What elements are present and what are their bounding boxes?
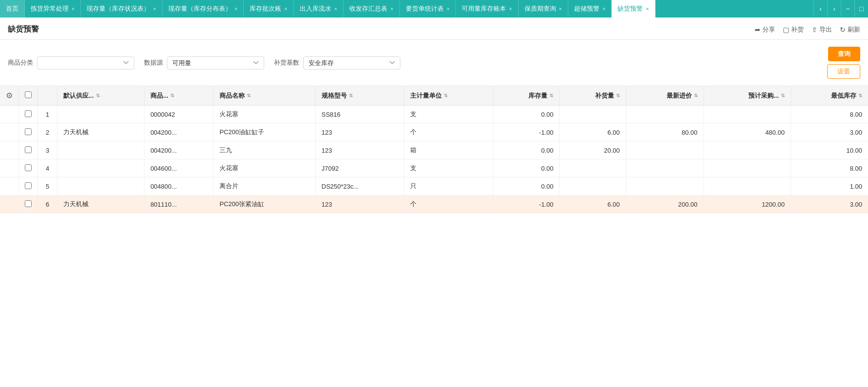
row-stock-qty-1: -1.00 <box>493 123 560 141</box>
refresh-button[interactable]: ↻ 刷新 <box>840 25 860 34</box>
tab-overstock[interactable]: 超储预警 × <box>568 0 612 18</box>
sort-min-stock[interactable]: 最低库存 ⇅ <box>831 91 862 100</box>
row-num-1: 2 <box>38 123 57 141</box>
row-replenish-qty-1: 6.00 <box>560 123 626 141</box>
row-stock-qty-4: 0.00 <box>493 177 560 195</box>
table-settings-btn[interactable]: ⚙ <box>6 91 13 100</box>
tab-available-ledger[interactable]: 可用量库存账本 × <box>456 0 518 18</box>
sort-icon-latest-price: ⇅ <box>694 93 698 98</box>
datasource-select[interactable]: 可用量 <box>167 56 264 70</box>
sort-icon-supplier: ⇅ <box>96 93 100 98</box>
row-checkbox-cell <box>19 159 38 177</box>
sort-icon-estimated-purchase: ⇅ <box>781 93 785 98</box>
tab-inout-flow[interactable]: 出入库流水 × <box>294 0 344 18</box>
table-row: 2 力天机械 004200... PC200油缸缸子 123 个 -1.00 6… <box>0 123 868 141</box>
tab-recv-summary[interactable]: 收发存汇总表 × <box>344 0 399 18</box>
query-button[interactable]: 查询 <box>828 47 860 61</box>
tab-batch-account[interactable]: 库存批次账 × <box>244 0 293 18</box>
export-button[interactable]: ⇧ 导出 <box>812 25 832 34</box>
row-num-0: 1 <box>38 106 57 123</box>
column-spec: 规格型号 ⇅ <box>315 86 404 106</box>
row-estimated-purchase-1: 480.00 <box>704 123 791 141</box>
tab-close-batch-account[interactable]: × <box>284 6 287 12</box>
tab-stock-dist[interactable]: 现存量（库存分布表） × <box>163 0 244 18</box>
row-checkbox-4[interactable] <box>25 182 32 189</box>
replenish-base-label: 补货基数 <box>274 58 299 67</box>
tab-shortage[interactable]: 缺货预警 × <box>612 0 655 18</box>
tab-close-recv-summary[interactable]: × <box>390 6 393 12</box>
tab-maximize-btn[interactable]: □ <box>854 0 868 18</box>
row-supplier-4 <box>57 177 145 195</box>
row-stock-qty-0: 0.00 <box>493 106 560 123</box>
tab-abnormal[interactable]: 拣货异常处理 × <box>25 0 81 18</box>
row-goods-code-0: 0000042 <box>145 106 214 123</box>
row-checkbox-5[interactable] <box>25 200 32 207</box>
category-select[interactable] <box>37 56 134 70</box>
tab-expiry-query[interactable]: 保质期查询 × <box>519 0 568 18</box>
settings-button[interactable]: 设置 <box>827 64 860 79</box>
row-checkbox-2[interactable] <box>25 146 32 153</box>
sort-unit[interactable]: 主计量单位 ⇅ <box>410 91 448 100</box>
sort-goods-name[interactable]: 商品名称 ⇅ <box>219 91 251 100</box>
tab-stock-status[interactable]: 现存量（库存状况表） × <box>81 0 162 18</box>
tab-close-inout-flow[interactable]: × <box>334 6 337 12</box>
row-spec-1: 123 <box>315 123 404 141</box>
share-button[interactable]: ➦ 分享 <box>755 25 775 34</box>
sort-icon-spec: ⇅ <box>349 93 353 98</box>
tab-close-expiry-query[interactable]: × <box>559 6 562 12</box>
row-goods-name-2: 三九 <box>214 141 315 159</box>
row-supplier-0 <box>57 106 145 123</box>
datasource-label: 数据源 <box>144 58 163 67</box>
row-checkbox-cell <box>19 123 38 141</box>
row-checkbox-1[interactable] <box>25 128 32 135</box>
tab-close-abnormal[interactable]: × <box>72 6 74 12</box>
sort-icon-goods-name: ⇅ <box>247 93 251 98</box>
sort-icon-goods-code: ⇅ <box>170 93 174 98</box>
sort-supplier[interactable]: 默认供应... ⇅ <box>63 91 100 100</box>
tab-close-demand-stats[interactable]: × <box>447 6 450 12</box>
column-gear: ⚙ <box>0 86 19 106</box>
row-checkbox-3[interactable] <box>25 164 32 171</box>
sort-stock-qty[interactable]: 库存量 ⇅ <box>528 91 553 100</box>
row-goods-code-4: 004800... <box>145 177 214 195</box>
sort-latest-price[interactable]: 最新进价 ⇅ <box>667 91 698 100</box>
sort-goods-code[interactable]: 商品... ⇅ <box>150 91 174 100</box>
sort-spec[interactable]: 规格型号 ⇅ <box>322 91 353 100</box>
select-all-checkbox[interactable] <box>25 91 32 98</box>
row-supplier-5: 力天机械 <box>57 195 145 213</box>
sort-replenish-qty[interactable]: 补货量 ⇅ <box>595 91 620 100</box>
tab-minimize-btn[interactable]: − <box>841 0 854 18</box>
tab-close-stock-dist[interactable]: × <box>235 6 237 12</box>
row-num-4: 5 <box>38 177 57 195</box>
row-unit-4: 只 <box>404 177 493 195</box>
tab-demand-stats[interactable]: 要货单统计表 × <box>400 0 456 18</box>
row-gear-cell <box>0 106 19 123</box>
sort-estimated-purchase[interactable]: 预计采购... ⇅ <box>748 91 785 100</box>
tab-close-available-ledger[interactable]: × <box>509 6 512 12</box>
row-min-stock-0: 8.00 <box>791 106 868 123</box>
row-goods-name-1: PC200油缸缸子 <box>214 123 315 141</box>
sort-icon-stock-qty: ⇅ <box>549 93 553 98</box>
row-replenish-qty-0 <box>560 106 626 123</box>
column-goods-name: 商品名称 ⇅ <box>214 86 315 106</box>
row-unit-1: 个 <box>404 123 493 141</box>
column-replenish-qty: 补货量 ⇅ <box>560 86 626 106</box>
row-checkbox-0[interactable] <box>25 110 32 117</box>
row-spec-5: 123 <box>315 195 404 213</box>
tab-close-overstock[interactable]: × <box>602 6 605 12</box>
replenish-button[interactable]: ▢ 补货 <box>783 25 804 34</box>
row-unit-0: 支 <box>404 106 493 123</box>
filter-actions: 查询 设置 <box>827 47 860 79</box>
tab-scroll-left-btn[interactable]: ‹ <box>814 0 827 18</box>
replenish-base-select[interactable]: 安全库存 <box>303 56 400 70</box>
row-goods-code-3: 004600... <box>145 159 214 177</box>
row-estimated-purchase-0 <box>704 106 791 123</box>
row-num-5: 6 <box>38 195 57 213</box>
tab-home[interactable]: 首页 <box>0 0 25 18</box>
tab-scroll-right-btn[interactable]: › <box>827 0 841 18</box>
row-estimated-purchase-2 <box>704 141 791 159</box>
row-gear-cell <box>0 195 19 213</box>
tab-close-stock-status[interactable]: × <box>153 6 156 12</box>
row-unit-5: 个 <box>404 195 493 213</box>
tab-close-shortage[interactable]: × <box>646 6 649 12</box>
